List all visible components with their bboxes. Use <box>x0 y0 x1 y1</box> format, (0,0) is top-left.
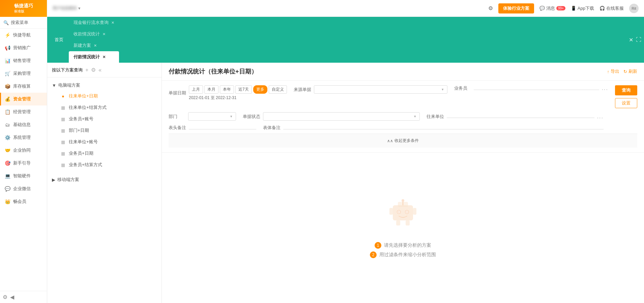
sidebar-item-label-hardware: 智能硬件 <box>13 173 31 179</box>
main: 用户信息模块 ▾ ⚙ 体验行业方案 💬 消息 99+ 📱 App下载 🎧 在线客… <box>47 0 644 303</box>
date-btn-last-month[interactable]: 上月 <box>189 85 203 94</box>
tab-3[interactable]: 付款情况统计 ✕ <box>69 51 119 63</box>
app-icon: 📱 <box>571 6 576 11</box>
message-btn[interactable]: 💬 消息 99+ <box>539 5 565 11</box>
sidebar-item-label-purchase: 采购管理 <box>13 70 31 77</box>
query-btn[interactable]: 查询 <box>615 85 637 95</box>
message-badge: 99+ <box>556 6 565 10</box>
tabs-bar: 首页 现金银行流水查询 ✕ 收款情况统计 ✕ 新建方案 ✕ 付款情况统计 ✕ ✕… <box>47 17 644 63</box>
add-scheme-btn[interactable]: + <box>85 67 88 73</box>
empty-tip-1: 1 请先选择要分析的方案 <box>375 242 431 249</box>
sidebar-item-icon-system: ⚙️ <box>4 134 10 141</box>
sidebar-item-icon-marketing: 📢 <box>4 45 10 51</box>
sidebar-item-wechat[interactable]: 💬 企业微信 <box>0 182 47 195</box>
desktop-section-title[interactable]: ▼ 电脑端方案 <box>52 80 157 90</box>
sidebar-item-funds[interactable]: 💰 资金管理 <box>0 93 47 105</box>
sidebar-search[interactable]: 🔍 搜索菜单 <box>0 17 47 29</box>
dept-select[interactable]: ▾ <box>188 112 236 121</box>
tab-0[interactable]: 现金银行流水查询 ✕ <box>69 17 119 28</box>
sidebar-item-member[interactable]: 👑 畅会员 <box>0 195 47 208</box>
empty-tip-2-text: 用过滤条件来缩小分析范围 <box>379 252 436 258</box>
sidebar-item-label-marketing: 营销推广 <box>13 45 31 51</box>
date-btn-7days[interactable]: 近7天 <box>235 85 252 94</box>
sidebar-item-inventory[interactable]: 📦 库存核算 <box>0 80 47 93</box>
scheme-label-1: 往来单位+结算方式 <box>69 104 107 111</box>
sidebar-item-label-inventory: 库存核算 <box>13 83 31 89</box>
sidebar-item-sales[interactable]: 📊 销售管理 <box>0 54 47 67</box>
export-btn[interactable]: ↑ 导出 <box>607 68 620 74</box>
date-btn-this-year[interactable]: 本年 <box>220 85 234 94</box>
tab-close-2[interactable]: ✕ <box>94 43 97 48</box>
partner-label: 往来单位 <box>427 114 444 120</box>
top-header: 用户信息模块 ▾ ⚙ 体验行业方案 💬 消息 99+ 📱 App下载 🎧 在线客… <box>47 0 644 17</box>
page-actions: ↑ 导出 ↻ 刷新 <box>607 68 638 74</box>
scheme-item-0[interactable]: ● 往来单位+日期 <box>52 90 157 102</box>
scheme-item-3[interactable]: ▦ 部门+日期 <box>52 125 157 136</box>
empty-icon <box>386 195 420 235</box>
mobile-section-title[interactable]: ▶ 移动端方案 <box>52 175 157 185</box>
tab-2[interactable]: 新建方案 ✕ <box>69 40 119 51</box>
tab-close-all[interactable]: ✕ <box>629 37 633 43</box>
sidebar-item-basic[interactable]: 🗂 基础信息 <box>0 118 47 131</box>
industry-btn[interactable]: 体验行业方案 <box>498 3 534 13</box>
dept-label: 部门 <box>169 114 185 120</box>
tab-close-1[interactable]: ✕ <box>103 32 106 36</box>
sidebar-item-quick-nav[interactable]: ⚡ 快捷导航 <box>0 29 47 41</box>
sidebar-item-system[interactable]: ⚙️ 系统管理 <box>0 131 47 144</box>
search-icon: 🔍 <box>3 20 9 25</box>
scheme-item-4[interactable]: ▦ 往来单位+账号 <box>52 136 157 148</box>
panel-collapse-btn[interactable]: « <box>98 67 101 73</box>
settings-btn[interactable]: 设置 <box>615 98 637 108</box>
content: 按以下方案查询 + ⚙ « ▼ 电脑端方案 ● 往来单位+日期 ▦ 往来单位+结… <box>47 63 644 303</box>
sidebar-item-icon-purchase: 🛒 <box>4 70 10 77</box>
sidebar-settings-btn[interactable]: ⚙ <box>3 294 7 300</box>
date-btn-more[interactable]: 更多 <box>253 85 267 94</box>
tab-close-0[interactable]: ✕ <box>111 21 114 25</box>
sidebar-item-icon-inventory: 📦 <box>4 83 10 89</box>
scheme-settings-btn[interactable]: ⚙ <box>91 67 96 73</box>
note-header-input[interactable] <box>189 126 256 129</box>
note-body-input[interactable] <box>283 126 604 129</box>
app-download-btn[interactable]: 📱 App下载 <box>571 5 594 11</box>
scheme-icon-1: ▦ <box>60 105 66 110</box>
date-btn-this-month[interactable]: 本月 <box>204 85 218 94</box>
left-panel: 按以下方案查询 + ⚙ « ▼ 电脑端方案 ● 往来单位+日期 ▦ 往来单位+结… <box>47 63 162 303</box>
collapse-btn[interactable]: ∧∧ 收起更多条件 <box>387 136 419 146</box>
refresh-btn[interactable]: ↻ 刷新 <box>623 68 637 74</box>
scheme-item-2[interactable]: ▦ 业务员+账号 <box>52 113 157 125</box>
sidebar-item-hardware[interactable]: 💻 智能硬件 <box>0 170 47 182</box>
sidebar-collapse-btn[interactable]: ◀ <box>10 294 14 300</box>
sidebar-item-enterprise[interactable]: 🤝 企业协同 <box>0 144 47 157</box>
sidebar-item-label-sales: 销售管理 <box>13 58 31 64</box>
source-select[interactable]: ▾ <box>314 85 448 94</box>
date-label: 单据日期 <box>169 90 186 96</box>
panel-header-icons: + ⚙ « <box>85 67 101 73</box>
tab-expand[interactable]: ⛶ <box>636 37 641 43</box>
scheme-item-1[interactable]: ▦ 往来单位+结算方式 <box>52 102 157 113</box>
sidebar-item-operations[interactable]: 📋 经营管理 <box>0 105 47 118</box>
refresh-icon: ↻ <box>623 69 627 74</box>
tab-close-3[interactable]: ✕ <box>103 55 106 59</box>
desktop-schemes: ▼ 电脑端方案 ● 往来单位+日期 ▦ 往来单位+结算方式 ▦ 业务员+账号 ▦… <box>47 78 162 173</box>
doc-status-select[interactable]: ▾ <box>263 112 420 121</box>
header-actions: ⚙ 体验行业方案 💬 消息 99+ 📱 App下载 🎧 在线客服 Rit <box>488 3 639 13</box>
sidebar: 畅捷通巧 标准版 🔍 搜索菜单 ⚡ 快捷导航 📢 营销推广 📊 销售管理 🛒 采… <box>0 0 47 303</box>
sidebar-item-guide[interactable]: 🎯 新手引导 <box>0 157 47 170</box>
date-btn-custom[interactable]: 自定义 <box>269 85 287 94</box>
tab-home[interactable]: 首页 <box>50 34 68 46</box>
salesperson-dots[interactable]: ... <box>602 85 608 91</box>
scheme-item-5[interactable]: ▦ 业务员+日期 <box>52 148 157 159</box>
header-settings-icon[interactable]: ⚙ <box>488 5 493 11</box>
online-service-btn[interactable]: 🎧 在线客服 <box>599 5 624 11</box>
empty-tip-2: 2 用过滤条件来缩小分析范围 <box>370 251 436 258</box>
tab-1[interactable]: 收款情况统计 ✕ <box>69 28 119 40</box>
salesperson-label: 业务员 <box>454 85 471 91</box>
partner-dots[interactable]: ... <box>597 114 604 120</box>
scheme-icon-0: ● <box>60 94 66 99</box>
sidebar-item-purchase[interactable]: 🛒 采购管理 <box>0 67 47 80</box>
scheme-item-6[interactable]: ▦ 业务员+结算方式 <box>52 159 157 171</box>
sidebar-item-marketing[interactable]: 📢 营销推广 <box>0 41 47 54</box>
user-avatar[interactable]: Rit <box>629 4 639 13</box>
date-buttons: 上月 本月 本年 近7天 更多 自定义 <box>189 85 287 94</box>
svg-point-10 <box>398 211 400 213</box>
